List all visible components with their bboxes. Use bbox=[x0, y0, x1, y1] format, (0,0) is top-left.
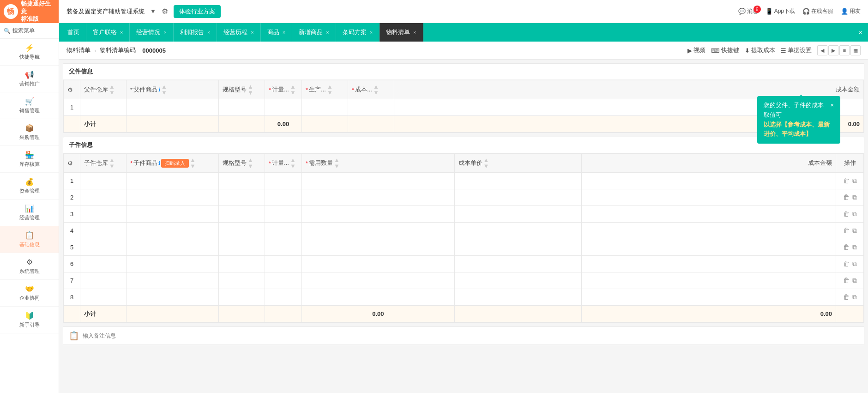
copy-row-4-icon[interactable]: ⧉ bbox=[852, 227, 857, 235]
delete-row-8-icon[interactable]: 🗑 bbox=[843, 293, 850, 301]
parent-row-1-produce[interactable] bbox=[302, 99, 348, 116]
sidebar-item-operation[interactable]: 📊 经营管理 bbox=[0, 200, 59, 226]
list-view-btn[interactable]: ▦ bbox=[850, 45, 861, 55]
tab-new-product[interactable]: 新增商品 × bbox=[292, 23, 336, 42]
child-row-4-cost-amount[interactable] bbox=[582, 223, 836, 239]
child-row-3-spec[interactable] bbox=[219, 206, 265, 223]
close-all-tabs[interactable]: × bbox=[855, 29, 866, 36]
sidebar-item-inventory[interactable]: 🏪 库存核算 bbox=[0, 146, 59, 173]
child-row-6-qty[interactable] bbox=[302, 256, 455, 272]
scroll-left-btn[interactable]: ◀ bbox=[817, 45, 827, 55]
child-row-5-warehouse[interactable] bbox=[80, 239, 127, 256]
copy-row-3-icon[interactable]: ⧉ bbox=[852, 210, 857, 218]
child-row-4-unit-cost[interactable] bbox=[454, 223, 581, 239]
sidebar-item-system[interactable]: ⚙ 系统管理 bbox=[0, 253, 59, 280]
online-service-button[interactable]: 🎧 在线客服 bbox=[802, 7, 833, 15]
child-row-1-spec[interactable] bbox=[219, 173, 265, 189]
delete-row-5-icon[interactable]: 🗑 bbox=[843, 243, 850, 251]
child-row-3-qty[interactable] bbox=[302, 206, 455, 223]
sidebar-item-sales[interactable]: 🛒 销售管理 bbox=[0, 92, 59, 119]
copy-row-1-icon[interactable]: ⧉ bbox=[852, 177, 857, 185]
shortcut-button[interactable]: ⌨ 快捷键 bbox=[711, 46, 739, 54]
parent-row-1-spec[interactable] bbox=[219, 99, 265, 116]
child-row-8-spec[interactable] bbox=[219, 289, 265, 306]
child-row-1-cost-amount[interactable] bbox=[582, 173, 836, 189]
child-row-3-warehouse[interactable] bbox=[80, 206, 127, 223]
child-row-4-unit[interactable] bbox=[265, 223, 302, 239]
child-row-2-product[interactable] bbox=[127, 189, 219, 206]
child-row-4-spec[interactable] bbox=[219, 223, 265, 239]
child-row-8-product[interactable] bbox=[127, 289, 219, 306]
child-row-6-warehouse[interactable] bbox=[80, 256, 127, 272]
child-row-6-unit-cost[interactable] bbox=[454, 256, 581, 272]
sidebar-item-finance[interactable]: 💰 资金管理 bbox=[0, 173, 59, 200]
try-button[interactable]: 体验行业方案 bbox=[174, 5, 221, 18]
tab-product[interactable]: 商品 × bbox=[261, 23, 292, 42]
scan-button[interactable]: 扫码录入 bbox=[161, 159, 189, 168]
child-row-8-unit-cost[interactable] bbox=[454, 289, 581, 306]
child-row-4-product[interactable] bbox=[127, 223, 219, 239]
table-view-btn[interactable]: ≡ bbox=[839, 45, 850, 55]
child-row-4-qty[interactable] bbox=[302, 223, 455, 239]
copy-row-2-icon[interactable]: ⧉ bbox=[852, 193, 857, 201]
sidebar-item-marketing[interactable]: 📢 营销推广 bbox=[0, 66, 59, 92]
child-row-6-unit[interactable] bbox=[265, 256, 302, 272]
app-download-button[interactable]: 📱 App下载 bbox=[766, 7, 795, 15]
extract-cost-button[interactable]: ⬇ 提取成本 bbox=[745, 46, 775, 54]
child-row-6-spec[interactable] bbox=[219, 256, 265, 272]
delete-row-6-icon[interactable]: 🗑 bbox=[843, 260, 850, 268]
tab-home[interactable]: 首页 bbox=[61, 23, 86, 42]
close-barcode-tab[interactable]: × bbox=[370, 30, 373, 35]
remark-input[interactable] bbox=[83, 333, 858, 339]
close-operation-status-tab[interactable]: × bbox=[163, 30, 166, 35]
child-row-2-warehouse[interactable] bbox=[80, 189, 127, 206]
tab-profit-report[interactable]: 利润报告 × bbox=[174, 23, 217, 42]
tab-barcode[interactable]: 条码方案 × bbox=[336, 23, 380, 42]
child-row-8-warehouse[interactable] bbox=[80, 289, 127, 306]
child-row-1-unit[interactable] bbox=[265, 173, 302, 189]
copy-row-6-icon[interactable]: ⧉ bbox=[852, 260, 857, 268]
copy-row-5-icon[interactable]: ⧉ bbox=[852, 243, 857, 251]
user-button[interactable]: 👤 用友 bbox=[841, 7, 861, 15]
child-row-5-product[interactable] bbox=[127, 239, 219, 256]
copy-row-7-icon[interactable]: ⧉ bbox=[852, 277, 857, 284]
child-row-3-product[interactable] bbox=[127, 206, 219, 223]
child-row-1-qty[interactable] bbox=[302, 173, 455, 189]
copy-row-8-icon[interactable]: ⧉ bbox=[852, 293, 857, 301]
child-row-7-unit[interactable] bbox=[265, 272, 302, 289]
tab-bom[interactable]: 物料清单 × bbox=[380, 23, 423, 42]
child-row-5-qty[interactable] bbox=[302, 239, 455, 256]
scroll-right-btn[interactable]: ▶ bbox=[828, 45, 838, 55]
child-row-7-product[interactable] bbox=[127, 272, 219, 289]
delete-row-2-icon[interactable]: 🗑 bbox=[843, 193, 850, 201]
delete-row-7-icon[interactable]: 🗑 bbox=[843, 277, 850, 284]
parent-row-1-product[interactable] bbox=[127, 99, 219, 116]
search-menu[interactable]: 🔍 搜索菜单 bbox=[0, 23, 59, 39]
close-bom-tab[interactable]: × bbox=[413, 30, 416, 35]
child-row-8-unit[interactable] bbox=[265, 289, 302, 306]
close-profit-report-tab[interactable]: × bbox=[207, 30, 210, 35]
child-row-2-cost-amount[interactable] bbox=[582, 189, 836, 206]
child-row-6-cost-amount[interactable] bbox=[582, 256, 836, 272]
child-row-2-qty[interactable] bbox=[302, 189, 455, 206]
child-row-7-qty[interactable] bbox=[302, 272, 455, 289]
child-row-1-unit-cost[interactable] bbox=[454, 173, 581, 189]
parent-row-1-warehouse[interactable] bbox=[80, 99, 127, 116]
child-row-1-warehouse[interactable] bbox=[80, 173, 127, 189]
child-row-7-spec[interactable] bbox=[219, 272, 265, 289]
close-product-tab[interactable]: × bbox=[283, 30, 285, 35]
single-settings-button[interactable]: ☰ 单据设置 bbox=[781, 46, 812, 54]
child-th-settings[interactable]: ⚙ bbox=[64, 154, 80, 173]
tab-operation-history[interactable]: 经营历程 × bbox=[217, 23, 260, 42]
sidebar-item-purchase[interactable]: 📦 采购管理 bbox=[0, 119, 59, 146]
delete-row-4-icon[interactable]: 🗑 bbox=[843, 227, 850, 235]
close-customer-tab[interactable]: × bbox=[120, 30, 123, 35]
sidebar-item-basic[interactable]: 📋 基础信息 bbox=[0, 226, 59, 253]
tooltip-close-button[interactable]: × bbox=[830, 101, 834, 110]
tab-customer[interactable]: 客户联络 × bbox=[86, 23, 130, 42]
parent-row-1-unit[interactable] bbox=[265, 99, 302, 116]
child-row-3-unit-cost[interactable] bbox=[454, 206, 581, 223]
child-row-6-product[interactable] bbox=[127, 256, 219, 272]
child-row-3-unit[interactable] bbox=[265, 206, 302, 223]
child-row-5-cost-amount[interactable] bbox=[582, 239, 836, 256]
